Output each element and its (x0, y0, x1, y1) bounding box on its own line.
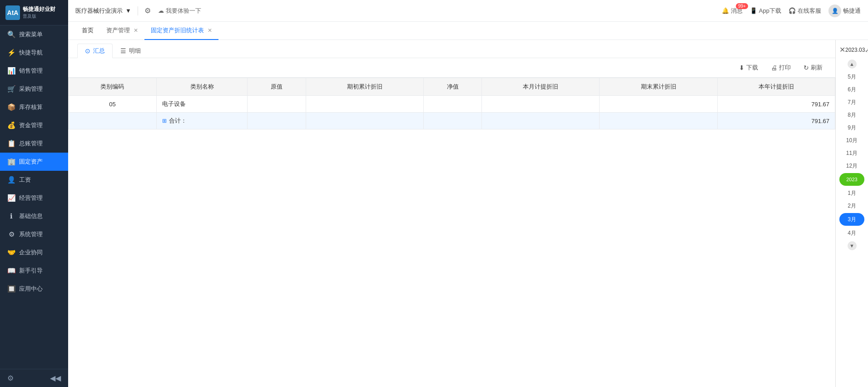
sidebar-item-label: 工资 (19, 176, 31, 184)
sidebar-item-label: 经营管理 (19, 194, 43, 202)
cell-original (248, 96, 306, 113)
tab-asset-mgmt[interactable]: 资产管理 ✕ (100, 22, 144, 40)
print-btn[interactable]: 🖨 打印 (767, 62, 794, 74)
box-icon: 📦 (7, 103, 15, 111)
month-12[interactable]: 12月 (836, 159, 868, 172)
close-tab-depreciation[interactable]: ✕ (208, 27, 212, 34)
user-menu[interactable]: 👤 畅捷通 (828, 5, 861, 17)
month-9[interactable]: 9月 (836, 121, 868, 134)
sidebar-item-fixed-assets[interactable]: 🏢 固定资产 (0, 153, 68, 171)
expand-panel-icon[interactable]: ⤢ (865, 46, 868, 54)
experience-btn[interactable]: ☁ 我要体验一下 (158, 7, 201, 15)
total-annual-dep: 791.67 (717, 113, 835, 129)
right-panel-controls: ✕ 2023.03 ⤢ (836, 44, 868, 58)
tabs-bar: 首页 资产管理 ✕ 固定资产折旧统计表 ✕ (68, 22, 868, 40)
sidebar-item-quicknav[interactable]: ⚡ 快捷导航 (0, 44, 68, 62)
month-6[interactable]: 6月 (836, 83, 868, 96)
detail-icon: ☰ (120, 47, 126, 55)
collapse-icon[interactable]: ◀◀ (50, 374, 61, 382)
sidebar-item-inventory[interactable]: 📦 库存核算 (0, 98, 68, 116)
close-panel-icon[interactable]: ✕ (839, 45, 845, 54)
total-icon: ⊞ (162, 118, 167, 124)
tab-depreciation-label: 固定资产折旧统计表 (151, 26, 204, 35)
total-original (248, 113, 306, 129)
tab-home[interactable]: 首页 (75, 22, 100, 40)
total-net-value (423, 113, 481, 129)
sidebar-item-finance[interactable]: 💰 资金管理 (0, 116, 68, 134)
month-5[interactable]: 5月 (836, 70, 868, 83)
toolbar: ⬇ 下载 🖨 打印 ↻ 刷新 (68, 58, 835, 78)
sidebar-item-apps[interactable]: 🔲 应用中心 (0, 280, 68, 298)
sidebar-item-operations[interactable]: 📈 经营管理 (0, 189, 68, 207)
cart-icon: 🛒 (7, 85, 15, 93)
total-empty (69, 113, 157, 129)
total-initial-accum (306, 113, 423, 129)
sidebar-scroll: 🔍 搜索菜单 ⚡ 快捷导航 📊 销售管理 🛒 采购管理 📦 库存核算 💰 资金管… (0, 25, 68, 369)
cell-end-accum (600, 96, 717, 113)
money-icon: 💰 (7, 121, 15, 129)
month-11[interactable]: 11月 (836, 147, 868, 159)
sidebar-item-sales[interactable]: 📊 销售管理 (0, 62, 68, 80)
chart-icon: 📊 (7, 67, 15, 75)
sidebar-item-purchase[interactable]: 🛒 采购管理 (0, 80, 68, 98)
sidebar-item-payroll[interactable]: 👤 工资 (0, 171, 68, 189)
next-year-btn[interactable]: ▼ (848, 241, 857, 250)
dropdown-icon: ▼ (125, 7, 131, 14)
bell-icon: 🔔 (722, 7, 729, 14)
sidebar-item-ledger[interactable]: 📋 总账管理 (0, 134, 68, 153)
sidebar-item-guide[interactable]: 📖 新手引导 (0, 262, 68, 280)
sub-tab-summary[interactable]: ⊙ 汇总 (77, 44, 113, 58)
total-row: ⊞ 合计： 791.67 (69, 113, 835, 129)
company-selector[interactable]: 医疗器械行业演示 ▼ (75, 7, 131, 15)
cell-annual-dep: 791.67 (717, 96, 835, 113)
sidebar-item-label: 新手引导 (19, 267, 43, 275)
app-download-btn[interactable]: 📱 App下载 (750, 7, 781, 15)
month-7[interactable]: 7月 (836, 96, 868, 109)
close-tab-asset[interactable]: ✕ (134, 27, 138, 34)
user-icon: 👤 (7, 176, 15, 184)
sidebar-item-search[interactable]: 🔍 搜索菜单 (0, 25, 68, 44)
sidebar-item-label: 资金管理 (19, 121, 43, 129)
sidebar-item-enterprise[interactable]: 🤝 企业协同 (0, 243, 68, 262)
sidebar-item-label: 基础信息 (19, 212, 43, 220)
col-name: 类别名称 (156, 78, 247, 96)
sidebar-item-label: 销售管理 (19, 67, 43, 75)
month-1[interactable]: 1月 (836, 187, 868, 199)
settings-icon[interactable]: ⚙ (144, 6, 151, 15)
tab-depreciation[interactable]: 固定资产折旧统计表 ✕ (144, 22, 218, 40)
online-service-btn[interactable]: 🎧 在线客服 (789, 7, 821, 15)
flash-icon: ⚡ (7, 49, 15, 57)
prev-year-btn[interactable]: ▲ (848, 60, 857, 69)
main-area: 医疗器械行业演示 ▼ ⚙ ☁ 我要体验一下 🔔 消息 99+ 📱 App下载 🎧… (68, 0, 868, 387)
sidebar-item-label: 搜索菜单 (19, 30, 43, 39)
settings-footer-icon[interactable]: ⚙ (7, 374, 14, 382)
sidebar-item-system[interactable]: ⚙ 系统管理 (0, 225, 68, 243)
month-10[interactable]: 10月 (836, 134, 868, 147)
tab-asset-label: 资产管理 (106, 26, 130, 35)
month-3-active[interactable]: 3月 (839, 213, 864, 226)
refresh-label: 刷新 (811, 64, 823, 72)
month-8[interactable]: 8月 (836, 109, 868, 121)
download-btn[interactable]: ⬇ 下载 (735, 62, 762, 74)
message-btn[interactable]: 🔔 消息 99+ (722, 7, 743, 15)
month-2[interactable]: 2月 (836, 199, 868, 212)
sub-tab-detail[interactable]: ☰ 明细 (113, 44, 149, 58)
company-name: 医疗器械行业演示 (75, 7, 123, 15)
cell-initial-accum (306, 96, 423, 113)
topbar: 医疗器械行业演示 ▼ ⚙ ☁ 我要体验一下 🔔 消息 99+ 📱 App下载 🎧… (68, 0, 868, 22)
avatar: 👤 (828, 5, 841, 17)
mobile-icon: 📱 (750, 7, 757, 14)
refresh-btn[interactable]: ↻ 刷新 (800, 62, 826, 74)
cell-name: 电子设备 (156, 96, 247, 113)
month-4[interactable]: 4月 (836, 227, 868, 239)
right-panel-header-text: 2023.03 (845, 47, 865, 53)
year-tag: 2023 (839, 173, 864, 186)
home-label: 首页 (82, 26, 94, 35)
sidebar-footer: ⚙ ◀◀ (0, 369, 68, 387)
sidebar-item-label: 快捷导航 (19, 49, 43, 57)
sidebar-item-basic-info[interactable]: ℹ 基础信息 (0, 207, 68, 225)
print-label: 打印 (779, 64, 791, 72)
refresh-icon: ↻ (804, 64, 809, 71)
right-panel: ✕ 2023.03 ⤢ ▲ 5月 6月 7月 8月 9月 10月 11月 12月… (835, 40, 868, 387)
summary-icon: ⊙ (85, 47, 90, 55)
